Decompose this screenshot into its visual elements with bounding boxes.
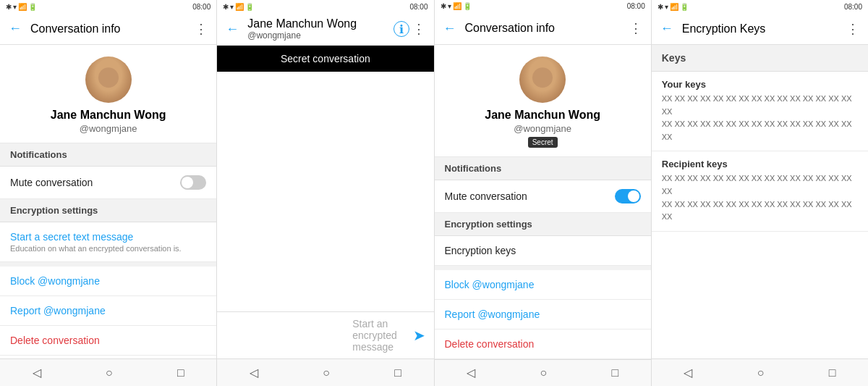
more-menu-button-4[interactable]: ⋮ (843, 18, 862, 40)
your-keys-label: Your keys (662, 79, 858, 90)
wifi-icon: ▾ (13, 3, 17, 11)
delete-label-3: Delete conversation (445, 338, 535, 350)
delete-item-3[interactable]: Delete conversation (435, 330, 651, 359)
nav-bar-2: ◁ ○ □ (217, 358, 433, 386)
mute-toggle-1[interactable] (180, 175, 206, 190)
more-menu-button-1[interactable]: ⋮ (192, 18, 210, 40)
chat-area-2 (217, 72, 433, 311)
home-nav-icon-1[interactable]: ○ (106, 366, 113, 379)
chat-handle-2: @wongmjane (247, 30, 393, 41)
avatar-3 (519, 56, 566, 103)
bluetooth-icon-2: ✱ (223, 3, 229, 11)
wifi-icon-4: ▾ (665, 3, 668, 11)
profile-name-1: Jane Manchun Wong (51, 109, 166, 122)
info-button-2[interactable]: ℹ (393, 21, 409, 37)
delete-label-1: Delete conversation (10, 335, 100, 346)
signal-icon-3: 📶 (453, 2, 461, 10)
more-menu-button-3[interactable]: ⋮ (626, 17, 645, 39)
back-nav-icon-2[interactable]: ◁ (250, 366, 258, 379)
status-icons-2: ✱ ▾ 📶 🔋 (223, 3, 254, 11)
delete-item-1[interactable]: Delete conversation (0, 326, 216, 356)
home-nav-icon-3[interactable]: ○ (540, 366, 547, 379)
signal-icon-2: 📶 (235, 3, 244, 11)
chat-input-field-2[interactable] (226, 330, 352, 341)
report-item-3[interactable]: Report @wongmjane (435, 300, 651, 330)
your-keys-line1: XX XX XX XX XX XX XX XX XX XX XX XX XX X… (662, 93, 858, 118)
mute-label-3: Mute conversation (445, 190, 527, 202)
block-item-1[interactable]: Block @wongmjane (0, 267, 216, 296)
status-bar-3: ✱ ▾ 📶 🔋 08:00 (435, 0, 651, 13)
chat-title-2: Jane Manchun Wong (247, 17, 393, 30)
encryption-keys-item-3[interactable]: Encryption keys (435, 236, 651, 266)
page-title-4: Encryption Keys (682, 22, 843, 35)
time-1: 08:00 (192, 3, 210, 11)
home-nav-icon-2[interactable]: ○ (323, 366, 330, 379)
time-4: 08:00 (844, 3, 862, 11)
back-button-2[interactable]: ← (223, 19, 242, 40)
back-nav-icon-4[interactable]: ◁ (684, 366, 692, 379)
top-bar-3: ← Conversation info ⋮ (435, 13, 651, 45)
send-button-2[interactable]: ➤ (413, 327, 425, 344)
home-nav-icon-4[interactable]: ○ (757, 366, 765, 379)
back-button-1[interactable]: ← (6, 18, 25, 39)
status-icons-4: ✱ ▾ 📶 🔋 (658, 3, 689, 11)
placeholder-text-2: Start an encrypted message (352, 318, 412, 353)
report-item-1[interactable]: Report @wongmjane (0, 296, 216, 326)
block-label-1: Block @wongmjane (10, 275, 100, 287)
block-item-3[interactable]: Block @wongmjane (435, 270, 651, 300)
mute-toggle-3[interactable] (615, 189, 641, 204)
page-title-1: Conversation info (30, 22, 192, 35)
profile-handle-1: @wongmjane (80, 123, 137, 134)
secret-banner-2: Secret conversation (217, 46, 433, 72)
screen2: ✱ ▾ 📶 🔋 08:00 ← Jane Manchun Wong @wongm… (217, 0, 434, 386)
your-keys-section: Your keys XX XX XX XX XX XX XX XX XX XX … (652, 72, 868, 151)
screen4: ✱ ▾ 📶 🔋 08:00 ← Encryption Keys ⋮ Keys Y… (652, 0, 868, 386)
chat-input-bar-2: Start an encrypted message ➤ (217, 311, 433, 358)
recents-nav-icon-2[interactable]: □ (394, 366, 401, 379)
recipient-keys-line2: XX XX XX XX XX XX XX XX XX XX XX XX XX X… (662, 198, 858, 224)
recents-nav-icon-1[interactable]: □ (177, 366, 184, 379)
title-group-2: Jane Manchun Wong @wongmjane (247, 17, 393, 41)
your-keys-line2: XX XX XX XX XX XX XX XX XX XX XX XX XX X… (662, 118, 858, 143)
screen3: ✱ ▾ 📶 🔋 08:00 ← Conversation info ⋮ Jane… (435, 0, 652, 386)
recents-nav-icon-3[interactable]: □ (611, 366, 618, 379)
status-icons-3: ✱ ▾ 📶 🔋 (441, 2, 472, 10)
battery-icon-3: 🔋 (463, 2, 472, 10)
battery-icon-4: 🔋 (680, 3, 689, 11)
report-label-3: Report @wongmjane (445, 309, 540, 320)
back-button-3[interactable]: ← (441, 18, 459, 39)
signal-icon: 📶 (18, 3, 27, 11)
nav-bar-4: ◁ ○ □ (652, 358, 868, 386)
recipient-keys-section: Recipient keys XX XX XX XX XX XX XX XX X… (652, 151, 868, 231)
status-bar-4: ✱ ▾ 📶 🔋 08:00 (652, 0, 868, 13)
start-secret-item-1[interactable]: Start a secret text message Education on… (0, 222, 216, 262)
wifi-icon-2: ▾ (230, 3, 234, 11)
secret-badge-3: Secret (528, 137, 558, 148)
top-bar-2: ← Jane Manchun Wong @wongmjane ℹ ⋮ (217, 13, 433, 46)
back-nav-icon-3[interactable]: ◁ (467, 366, 475, 379)
signal-icon-4: 📶 (670, 3, 678, 11)
battery-icon: 🔋 (28, 3, 37, 11)
mute-conversation-item-3[interactable]: Mute conversation (435, 180, 651, 213)
back-button-4[interactable]: ← (658, 18, 676, 39)
bluetooth-icon: ✱ (6, 3, 12, 11)
mute-conversation-item-1[interactable]: Mute conversation (0, 167, 216, 199)
back-nav-icon-1[interactable]: ◁ (33, 366, 41, 379)
more-menu-button-2[interactable]: ⋮ (409, 18, 428, 40)
start-secret-label-1: Start a secret text message (10, 231, 182, 243)
profile-name-3: Jane Manchun Wong (485, 109, 600, 122)
recipient-keys-label: Recipient keys (662, 159, 858, 169)
top-bar-4: ← Encryption Keys ⋮ (652, 13, 868, 45)
block-label-3: Block @wongmjane (445, 279, 535, 290)
report-label-1: Report @wongmjane (10, 305, 106, 316)
status-bar-2: ✱ ▾ 📶 🔋 08:00 (217, 0, 433, 13)
recents-nav-icon-4[interactable]: □ (829, 366, 836, 379)
nav-bar-1: ◁ ○ □ (0, 358, 216, 386)
bluetooth-icon-3: ✱ (441, 2, 446, 10)
top-bar-1: ← Conversation info ⋮ (0, 13, 216, 45)
status-bar-1: ✱ ▾ 📶 🔋 08:00 (0, 0, 216, 13)
mute-label-1: Mute conversation (10, 177, 93, 188)
status-icons-1: ✱ ▾ 📶 🔋 (6, 3, 37, 11)
encryption-keys-label-3: Encryption keys (445, 245, 516, 256)
profile-section-1: Jane Manchun Wong @wongmjane (0, 45, 216, 143)
